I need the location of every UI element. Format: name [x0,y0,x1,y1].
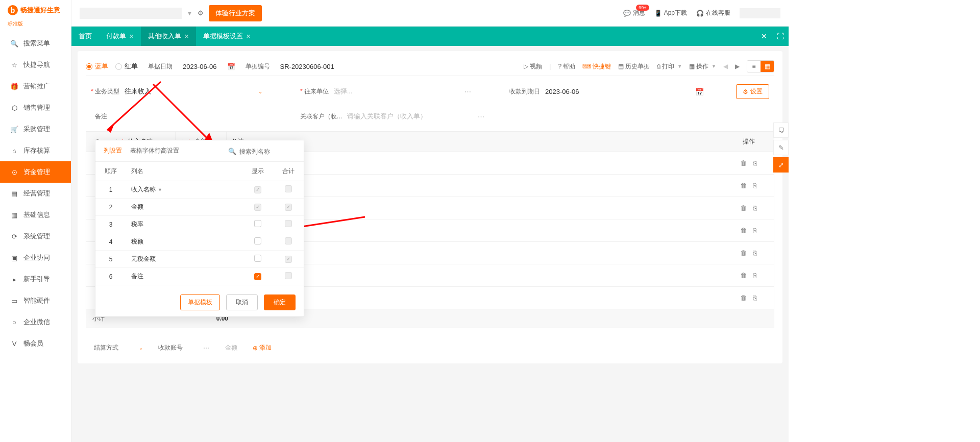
close-icon[interactable]: ✕ [246,33,251,40]
delete-icon[interactable]: 🗑 [740,294,747,302]
field-remark[interactable]: 备注 [91,111,285,123]
column-settings-popup: 列设置 表格字体行高设置 🔍 顺序 列名 显示 合计 1 收入名称▼ ✓ 2 金… [95,140,304,317]
video-link[interactable]: ▷视频 [524,62,542,71]
close-icon[interactable]: ✕ [184,33,189,40]
copy-icon[interactable]: ⎘ [753,272,757,279]
confirm-button[interactable]: 确定 [264,294,296,310]
calendar-icon[interactable]: 📅 [695,88,704,96]
delete-icon[interactable]: 🗑 [740,249,747,257]
print-link[interactable]: ⎙打印▼ [657,62,682,71]
nav-item-6[interactable]: ⊙资金管理 [0,161,71,183]
nav-item-13[interactable]: ○企业微信 [0,311,71,333]
industry-plan-button[interactable]: 体验行业方案 [209,5,262,21]
more-icon[interactable]: ⋯ [464,88,472,95]
copy-icon[interactable]: ⎘ [753,159,757,167]
app-download-link[interactable]: 📱 App下载 [654,9,687,17]
field-settle-method[interactable]: 结算方式⌄ [94,343,143,352]
partner-input[interactable] [334,85,464,97]
copy-icon[interactable]: ⎘ [753,204,757,212]
field-biz-type[interactable]: *业务类型 往来收入⌄ [91,87,285,96]
field-partner[interactable]: *往来单位 ⋯ [300,85,494,98]
copy-icon[interactable]: ⎘ [753,227,757,234]
more-icon[interactable]: ⋯ [478,113,485,120]
shortcut-link[interactable]: ⌨快捷键 [582,62,611,71]
nav-item-10[interactable]: ▣企业协同 [0,247,71,268]
tab-3[interactable]: 单据模板设置✕ [196,27,258,46]
column-search-input[interactable] [239,148,296,155]
add-button[interactable]: ⊕添加 [253,343,272,352]
ops-link[interactable]: ▦操作▼ [689,62,716,71]
customer-input[interactable] [347,110,478,122]
more-icon[interactable]: ⋯ [203,345,210,352]
copy-icon[interactable]: ⎘ [753,294,757,302]
nav-item-7[interactable]: ▤经营管理 [0,183,71,204]
history-link[interactable]: ▤历史单据 [618,62,650,71]
copy-icon[interactable]: ⎘ [753,182,757,189]
field-due-date[interactable]: 收款到期日 2023-06-06 [509,87,663,96]
nav-item-0[interactable]: 🔍搜索菜单 [0,33,71,54]
tool-note-icon[interactable]: 🗨 [773,122,789,138]
date-label: 单据日期 [148,62,173,71]
radio-blue[interactable]: 蓝单 [86,62,108,71]
code-label: 单据编号 [246,62,270,71]
chevron-down-icon[interactable]: ▼ [158,187,162,192]
total-checkbox [273,237,304,246]
edition-label: 标准版 [0,20,71,33]
tool-expand-icon[interactable]: ⤢ [773,157,789,173]
nav-item-2[interactable]: 🎁营销推广 [0,76,71,97]
radio-red[interactable]: 红单 [115,62,138,71]
nav-item-1[interactable]: ☆快捷导航 [0,54,71,76]
nav-item-14[interactable]: V畅会员 [0,333,71,354]
nav-item-3[interactable]: ⬡销售管理 [0,97,71,118]
org-selector[interactable] [80,8,182,19]
delete-icon[interactable]: 🗑 [740,204,747,212]
topbar: ▼ ⚙ 体验行业方案 💬 消息 99+ 📱 App下载 🎧 在线客服 [71,0,789,27]
tab-column-settings[interactable]: 列设置 [104,146,122,156]
nav-item-9[interactable]: ⟳系统管理 [0,226,71,247]
user-badge[interactable] [740,8,780,18]
delete-icon[interactable]: 🗑 [740,272,747,279]
tab-expand-icon[interactable]: ⛶ [772,32,789,40]
template-button[interactable]: 单据模板 [180,294,220,310]
delete-icon[interactable]: 🗑 [740,227,747,234]
messages-link[interactable]: 💬 消息 99+ [623,9,645,17]
tab-2[interactable]: 其他收入单✕ [141,27,196,46]
delete-icon[interactable]: 🗑 [740,159,747,167]
gear-icon: ⚙ [743,88,748,95]
nav-icon: ○ [10,318,18,326]
chevron-down-icon[interactable]: ▼ [187,10,192,16]
calendar-icon[interactable]: 📅 [227,63,235,70]
prev-icon[interactable]: ◀ [723,63,728,70]
copy-icon[interactable]: ⎘ [753,249,757,257]
date-value[interactable]: 2023-06-06 [183,63,217,70]
field-account[interactable]: 收款账号⋯ [158,343,210,352]
column-row: 4 税额 [95,233,304,251]
help-link[interactable]: ?帮助 [558,62,575,71]
nav-item-8[interactable]: ▦基础信息 [0,204,71,226]
view-list-icon[interactable]: ≡ [747,61,761,72]
tab-font-settings[interactable]: 表格字体行高设置 [130,146,179,156]
nav-icon: ▦ [10,211,18,219]
remark-input[interactable] [112,111,250,123]
nav-item-11[interactable]: ▸新手引导 [0,268,71,290]
next-icon[interactable]: ▶ [735,63,740,70]
support-link[interactable]: 🎧 在线客服 [696,9,730,17]
help-icon: ? [558,63,561,70]
field-customer[interactable]: 关联客户（收... ⋯ [300,110,494,123]
view-detail-icon[interactable]: ▦ [761,61,774,72]
delete-icon[interactable]: 🗑 [740,182,747,189]
keyboard-icon: ⌨ [582,63,591,70]
tab-1[interactable]: 付款单✕ [99,27,141,46]
nav-item-5[interactable]: ⌂库存核算 [0,140,71,161]
field-amount[interactable]: 金额 [225,343,237,352]
tab-0[interactable]: 首页 [71,27,99,46]
nav-item-4[interactable]: 🛒采购管理 [0,118,71,140]
tab-close-current-icon[interactable]: ✕ [756,32,772,40]
close-icon[interactable]: ✕ [129,33,134,40]
gear-icon[interactable]: ⚙ [198,9,204,17]
settings-button[interactable]: ⚙设置 [736,84,769,99]
nav-item-12[interactable]: ▭智能硬件 [0,290,71,311]
tool-edit-icon[interactable]: ✎ [773,140,789,155]
cancel-button[interactable]: 取消 [226,294,258,310]
badge-count: 99+ [636,5,649,11]
